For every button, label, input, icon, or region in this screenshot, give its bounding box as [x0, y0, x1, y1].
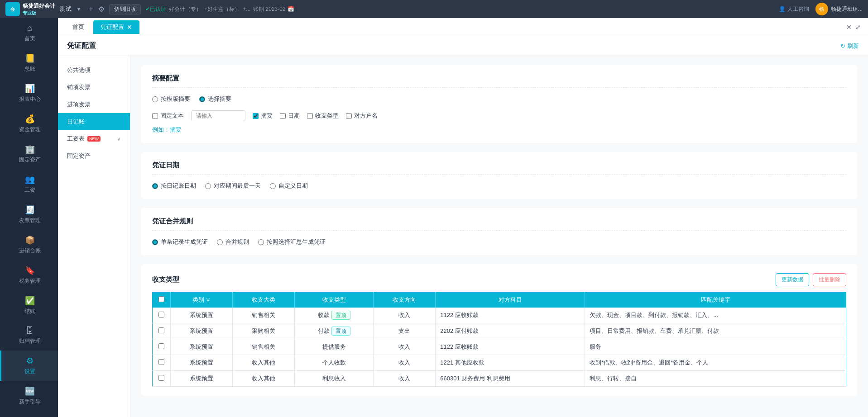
calendar-icon[interactable]: 📅 [288, 6, 294, 12]
sidebar-item-member[interactable]: 👑 畅会员 [0, 411, 58, 417]
row-checkbox-1[interactable] [158, 327, 164, 333]
user-avatar: 畅 [815, 3, 828, 15]
user-info[interactable]: 畅 畅捷通班组... [815, 3, 863, 15]
nav-item-payroll-sheet[interactable]: 工资表 NEW ∨ [58, 130, 130, 147]
sidebar-item-archive[interactable]: 🗄 归档管理 [0, 321, 58, 351]
sidebar-item-purchase-sale[interactable]: 📦 进销台账 [0, 230, 58, 260]
radio-by-selection-total-input[interactable] [258, 239, 264, 245]
sidebar-item-funds[interactable]: 💰 资金管理 [0, 109, 58, 139]
window-expand-icon[interactable]: ⤢ [855, 24, 861, 31]
cb-type[interactable]: 收支类型 [307, 112, 339, 120]
row-direction-2: 收入 [374, 339, 436, 355]
nav-item-diary[interactable]: 日记账 [58, 113, 130, 130]
row-checkbox-cell [153, 323, 171, 339]
sidebar-item-assets[interactable]: 🏢 固定资产 [0, 139, 58, 169]
table-row: 系统预置 收入其他 个人收款 收入 1221 其他应收款 收到*借款、收到*备用… [153, 355, 846, 371]
fixed-text-input[interactable] [191, 110, 245, 121]
update-data-button[interactable]: 更新数据 [776, 273, 809, 286]
type-tag[interactable]: 置顶 [331, 327, 350, 336]
cb-date[interactable]: 日期 [280, 112, 300, 120]
tab-voucher-config[interactable]: 凭证配置 ✕ [93, 20, 139, 34]
tag-more: +... [243, 6, 250, 12]
type-tag[interactable]: 置顶 [331, 311, 350, 320]
radio-select-summary-input[interactable] [199, 96, 205, 102]
cb-fixed-text[interactable]: 固定文本 [152, 112, 184, 120]
radio-by-period-last-input[interactable] [205, 183, 211, 189]
radio-by-custom-date[interactable]: 自定义日期 [270, 182, 308, 190]
sidebar-item-settings[interactable]: ⚙ 设置 [0, 351, 58, 381]
sidebar-item-tax[interactable]: 🔖 税务管理 [0, 260, 58, 290]
row-checkbox-cell [153, 371, 171, 387]
switch-version-button[interactable]: 切到旧版 [109, 4, 141, 14]
sidebar-item-settle[interactable]: ✅ 结账 [0, 290, 58, 321]
sidebar-item-guide[interactable]: 🆕 新手引导 [0, 381, 58, 411]
window-close-icon[interactable]: ✕ [846, 24, 852, 31]
tag-good-accounting: 好会计（专） [169, 5, 201, 13]
radio-by-custom-date-input[interactable] [270, 183, 276, 189]
radio-by-selection-total[interactable]: 按照选择汇总生成凭证 [258, 238, 326, 246]
app-name: 畅捷通好会计 [23, 2, 55, 10]
cb-summary-input[interactable] [253, 113, 259, 119]
radio-by-period-last[interactable]: 对应期间最后一天 [205, 182, 261, 190]
radio-single-record-input[interactable] [152, 239, 158, 245]
cb-fixed-text-input[interactable] [152, 113, 158, 119]
settings-icon: ⚙ [26, 356, 34, 366]
batch-delete-button[interactable]: 批量删除 [813, 273, 846, 286]
payroll-sheet-label: 工资表 [67, 135, 85, 143]
summary-checkbox-group: 固定文本 摘要 日期 收支类型 [152, 110, 846, 121]
radio-by-diary-date[interactable]: 按日记账日期 [152, 182, 196, 190]
add-button[interactable]: + [88, 4, 94, 14]
row-checkbox-2[interactable] [158, 343, 164, 349]
table-header-row: 收支类型 更新数据 批量删除 [152, 273, 846, 286]
sidebar-label-tax: 税务管理 [19, 277, 41, 285]
tab-home[interactable]: 首页 [65, 20, 91, 34]
radio-merge-rules[interactable]: 合并规则 [217, 238, 249, 246]
company-dropdown-icon[interactable]: ▼ [76, 6, 82, 12]
sidebar-item-home[interactable]: ⌂ 首页 [0, 18, 58, 48]
row-direction-1: 支出 [374, 323, 436, 339]
radio-by-diary-date-input[interactable] [152, 183, 158, 189]
row-checkbox-4[interactable] [158, 375, 164, 381]
sidebar-label-guide: 新手引导 [19, 398, 41, 406]
main-layout: ⌂ 首页 📒 总账 📊 报表中心 💰 资金管理 🏢 固定资产 👥 工资 🧾 发票… [0, 18, 868, 417]
row-category-4: 系统预置 [171, 371, 233, 387]
radio-template-summary-input[interactable] [152, 96, 158, 102]
sidebar-item-payroll[interactable]: 👥 工资 [0, 169, 58, 199]
cb-type-input[interactable] [307, 113, 313, 119]
nav-item-sales-invoice[interactable]: 销项发票 [58, 79, 130, 96]
sidebar-label-payroll: 工资 [24, 186, 35, 194]
radio-merge-rules-input[interactable] [217, 239, 223, 245]
certified-tag: ✔已认证 [145, 5, 166, 13]
row-checkbox-3[interactable] [158, 359, 164, 365]
ledger-icon: 📒 [25, 53, 35, 63]
nav-item-fixed-assets[interactable]: 固定资产 [58, 147, 130, 165]
top-bar-actions: + ⚙ 切到旧版 [88, 4, 141, 14]
voucher-date-section: 凭证日期 按日记账日期 对应期间最后一天 自定义日期 [141, 152, 857, 199]
row-checkbox-0[interactable] [158, 312, 164, 317]
cb-summary[interactable]: 摘要 [253, 112, 273, 120]
row-direction-3: 收入 [374, 355, 436, 371]
consult-icon: 👤 [779, 6, 786, 12]
page-top-bar: 凭证配置 ↻ 刷新 [58, 36, 868, 56]
consult-button[interactable]: 👤 人工咨询 [779, 5, 809, 13]
refresh-button[interactable]: ↻ 刷新 [840, 42, 859, 50]
radio-single-record[interactable]: 单条记录生成凭证 [152, 238, 208, 246]
sidebar-label-invoice-mgmt: 发票管理 [19, 217, 41, 224]
tab-close-icon[interactable]: ✕ [127, 24, 132, 31]
sidebar-item-report[interactable]: 📊 报表中心 [0, 78, 58, 109]
cb-date-input[interactable] [280, 113, 286, 119]
row-category-1: 系统预置 [171, 323, 233, 339]
radio-template-summary[interactable]: 按模版摘要 [152, 95, 190, 103]
th-account: 对方科目 [436, 292, 585, 308]
radio-select-summary[interactable]: 选择摘要 [199, 95, 231, 103]
sidebar-item-invoice-mgmt[interactable]: 🧾 发票管理 [0, 199, 58, 230]
cb-party-input[interactable] [346, 113, 352, 119]
cb-party[interactable]: 对方户名 [346, 112, 378, 120]
select-all-checkbox[interactable] [158, 296, 164, 302]
nav-item-purchase-invoice[interactable]: 进项发票 [58, 96, 130, 113]
sidebar-item-ledger[interactable]: 📒 总账 [0, 48, 58, 78]
settings-button[interactable]: ⚙ [97, 4, 106, 14]
row-keywords-4: 利息、行转、接自 [585, 371, 846, 387]
nav-item-public[interactable]: 公共选项 [58, 62, 130, 79]
summary-radio-group: 按模版摘要 选择摘要 [152, 95, 846, 103]
